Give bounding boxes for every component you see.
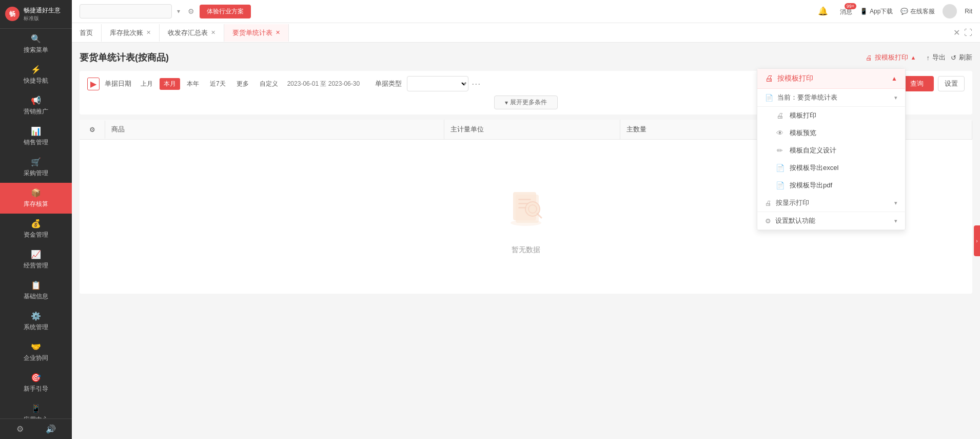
sidebar-item-label: 系统管理	[24, 323, 48, 332]
date-opt-current-year[interactable]: 本年	[183, 78, 203, 90]
tab-receipt-summary[interactable]: 收发存汇总表 ✕	[160, 24, 224, 42]
dropdown-template-design[interactable]: ✏ 模板自定义设计	[757, 142, 905, 159]
sidebar-item-label: 新手引导	[24, 385, 48, 393]
operations-icon: 📈	[31, 250, 41, 259]
user-avatar[interactable]	[943, 4, 957, 18]
tab-batch-account-close[interactable]: ✕	[146, 29, 151, 36]
date-opt-prev-month[interactable]: 上月	[136, 78, 157, 90]
tab-batch-account[interactable]: 库存批次账 ✕	[102, 24, 160, 42]
tab-receipt-summary-close[interactable]: ✕	[211, 29, 215, 36]
dropdown-set-default-header[interactable]: ⚙ 设置默认功能 ▾	[757, 212, 905, 230]
topbar-chevron-icon[interactable]: ▾	[177, 8, 180, 15]
dropdown-print-icon: 🖨	[765, 74, 773, 83]
sidebar-item-purchase[interactable]: 🛒 采购管理	[0, 152, 72, 183]
sidebar-item-finance[interactable]: 💰 资金管理	[0, 214, 72, 244]
refresh-button[interactable]: ↺ 刷新	[951, 53, 972, 62]
topbar-gear-icon[interactable]: ⚙	[188, 7, 194, 15]
sidebar-item-label: 企业协同	[24, 354, 48, 362]
sound-footer-icon[interactable]: 🔊	[46, 424, 56, 434]
dropdown-template-preview[interactable]: 👁 模板预览	[757, 124, 905, 142]
sidebar-item-label: 采购管理	[24, 169, 48, 178]
export-button[interactable]: ↑ 导出	[927, 53, 946, 62]
more-options-icon[interactable]: ···	[472, 79, 481, 89]
set-default-icon: ⚙	[765, 217, 771, 225]
dropdown-display-print-header[interactable]: 🖨 按显示打印 ▾	[757, 194, 905, 212]
date-opt-more[interactable]: 更多	[232, 78, 253, 90]
tab-order-summary[interactable]: 要货单统计表 ✕	[224, 24, 289, 42]
sidebar-item-label: 基础信息	[24, 292, 48, 301]
print-dropdown-menu: 🖨 按模板打印 ▲ 📄 当前：要货单统计表 ▾	[757, 68, 906, 231]
user-name[interactable]: Rit	[965, 8, 972, 15]
topbar-right: 🔔 99+ 消息 📱 App下载 💬 在线客服 Rit	[818, 4, 972, 18]
tab-close-window-icon[interactable]: ✕	[953, 28, 960, 37]
tab-home-label: 首页	[80, 28, 93, 37]
right-panel-toggle[interactable]: ›	[974, 225, 980, 256]
app-download-area[interactable]: 📱 App下载	[860, 7, 893, 16]
sidebar-item-search[interactable]: 🔍 搜索菜单	[0, 29, 72, 60]
collab-icon: 🤝	[31, 342, 41, 352]
type-select[interactable]	[407, 76, 468, 91]
sidebar-item-guide[interactable]: 🎯 新手引导	[0, 368, 72, 398]
inventory-icon: 📦	[31, 188, 41, 198]
dropdown-set-default-section: ⚙ 设置默认功能 ▾	[757, 212, 905, 230]
date-range-display: 2023-06-01 至 2023-06-30	[287, 80, 360, 88]
tab-home[interactable]: 首页	[80, 24, 102, 42]
notification-area[interactable]: 🔔 99+ 消息	[818, 6, 852, 16]
tab-order-summary-close[interactable]: ✕	[276, 29, 280, 36]
print-button[interactable]: 🖨 按模板打印 ▲	[860, 50, 922, 65]
page-actions: 🖨 按模板打印 ▲ ↑ 导出 ↺ 刷新 🖨	[860, 50, 972, 65]
logo-badge: 标准版	[24, 15, 61, 22]
template-design-label: 模板自定义设计	[790, 146, 836, 155]
column-settings-icon: ⚙	[89, 126, 95, 133]
tab-receipt-summary-label: 收发存汇总表	[168, 28, 208, 37]
settings-footer-icon[interactable]: ⚙	[16, 424, 24, 434]
page-content: 要货单统计表(按商品) 🖨 按模板打印 ▲ ↑ 导出 ↺ 刷新	[72, 43, 980, 439]
notification-badge: 99+	[845, 3, 856, 9]
customer-service-area[interactable]: 💬 在线客服	[900, 7, 935, 16]
current-report-icon: 📄	[765, 94, 773, 102]
date-filter-label: 单据日期	[105, 79, 131, 88]
topbar: ▾ ⚙ 体验行业方案 🔔 99+ 消息 📱 App下载 💬 在线客服 Rit	[72, 0, 980, 23]
trial-button[interactable]: 体验行业方案	[200, 5, 251, 18]
settings-button[interactable]: 设置	[938, 76, 965, 91]
dropdown-current-header[interactable]: 📄 当前：要货单统计表 ▾	[757, 89, 905, 106]
template-print-label: 模板打印	[790, 111, 816, 120]
date-opt-custom[interactable]: 自定义	[256, 78, 282, 90]
th-settings[interactable]: ⚙	[80, 121, 105, 139]
sidebar-item-marketing[interactable]: 📢 营销推广	[0, 90, 72, 121]
date-opt-current-month[interactable]: 本月	[160, 78, 180, 90]
date-opt-last7[interactable]: 近7天	[206, 78, 230, 90]
sidebar-item-operations[interactable]: 📈 经营管理	[0, 244, 72, 275]
template-preview-icon: 👁	[775, 129, 785, 137]
sidebar-item-system[interactable]: ⚙️ 系统管理	[0, 306, 72, 337]
template-design-icon: ✏	[775, 146, 785, 155]
notification-icon: 🔔	[818, 7, 828, 15]
sidebar-item-inventory[interactable]: 📦 库存核算	[0, 183, 72, 214]
dropdown-title-text: 按模板打印	[777, 74, 813, 83]
logo-area: 畅 畅捷通好生意 标准版	[0, 0, 72, 29]
tab-maximize-icon[interactable]: ⛶	[964, 28, 972, 37]
dropdown-display-print-section: 🖨 按显示打印 ▾	[757, 194, 905, 212]
template-preview-label: 模板预览	[790, 128, 816, 138]
th-product: 商品	[105, 120, 444, 139]
dropdown-template-print[interactable]: 🖨 模板打印	[757, 107, 905, 124]
dropdown-collapse-icon[interactable]: ▲	[891, 75, 897, 82]
search-input[interactable]	[80, 4, 172, 18]
print-icon: 🖨	[866, 54, 872, 62]
type-filter-label: 单据类型	[375, 79, 402, 88]
sidebar-item-label: 资金管理	[24, 231, 48, 239]
sidebar-item-sales[interactable]: 📊 销售管理	[0, 121, 72, 152]
display-print-chevron-icon: ▾	[894, 200, 897, 206]
display-print-icon: 🖨	[765, 199, 772, 207]
sidebar-item-basic[interactable]: 📋 基础信息	[0, 275, 72, 306]
export-pdf-icon: 📄	[775, 181, 785, 189]
sidebar-item-apps[interactable]: 📱 应用中心	[0, 398, 72, 418]
sidebar-item-collab[interactable]: 🤝 企业协同	[0, 337, 72, 368]
dropdown-export-excel[interactable]: 📄 按模板导出excel	[757, 159, 905, 177]
sidebar-item-quicknav[interactable]: ⚡ 快捷导航	[0, 60, 72, 90]
template-print-icon: 🖨	[775, 111, 785, 120]
dropdown-export-pdf[interactable]: 📄 按模板导出pdf	[757, 177, 905, 194]
expand-more-button[interactable]: ▾ 展开更多条件	[494, 96, 558, 109]
empty-text: 暂无数据	[512, 245, 540, 255]
filter-expand-left-icon[interactable]: ▶	[87, 78, 100, 90]
